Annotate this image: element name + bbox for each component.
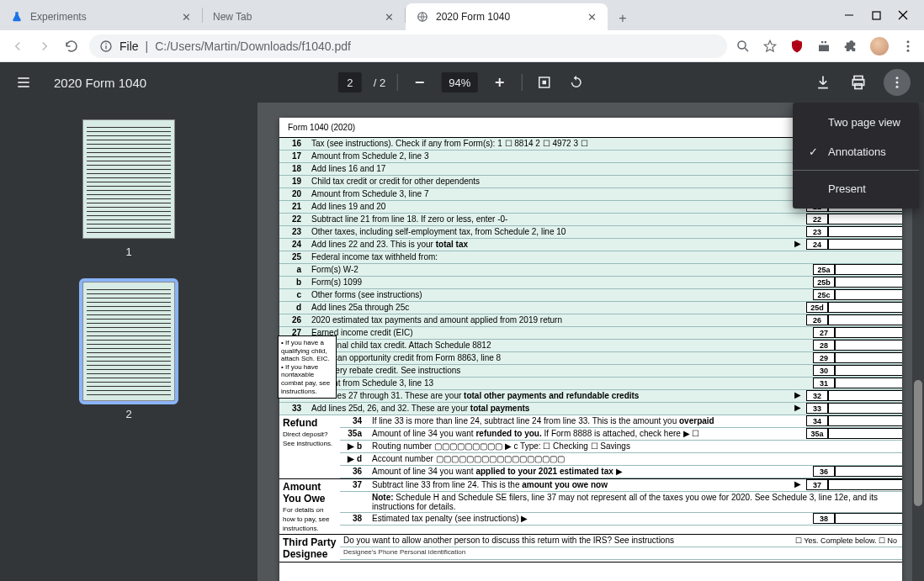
- svg-rect-23: [542, 81, 546, 85]
- close-icon[interactable]: ✕: [180, 11, 192, 23]
- pdf-more-menu: Two page view ✓Annotations Present: [793, 103, 919, 209]
- form-line: 23Other taxes, including self-employment…: [279, 226, 902, 239]
- form-line: 31Amount from Schedule 3, line 1331: [279, 378, 902, 390]
- form-line: 29American opportunity credit from Form …: [279, 352, 902, 365]
- back-button[interactable]: [8, 37, 27, 55]
- tab-title: Experiments: [30, 11, 173, 23]
- svg-point-15: [907, 49, 910, 51]
- tab-form1040[interactable]: 2020 Form 1040 ✕: [406, 3, 608, 30]
- ublock-icon[interactable]: [789, 39, 805, 54]
- svg-point-27: [896, 77, 899, 79]
- tab-experiments[interactable]: Experiments ✕: [0, 3, 202, 30]
- url-path: C:/Users/Martin/Downloads/f1040.pdf: [155, 40, 351, 53]
- form-line: 37Subtract line 33 from line 24. This is…: [340, 479, 902, 492]
- rotate-icon[interactable]: [566, 72, 586, 92]
- svg-rect-2: [873, 12, 880, 19]
- form-line: 25Federal income tax withheld from:: [279, 251, 902, 264]
- bookmark-star-icon[interactable]: [762, 39, 778, 54]
- svg-point-14: [907, 45, 910, 47]
- side-note: • If you have a qualifying child, attach…: [278, 335, 337, 399]
- svg-rect-11: [825, 41, 826, 43]
- extensions-puzzle-icon[interactable]: [843, 39, 858, 54]
- url-input[interactable]: File | C:/Users/Martin/Downloads/f1040.p…: [89, 34, 727, 58]
- section-title: Amount You Owe: [283, 481, 325, 504]
- close-icon[interactable]: ✕: [586, 11, 597, 23]
- amount-owe-section: Amount You OweFor details on how to pay,…: [279, 479, 902, 535]
- tab-title: New Tab: [213, 11, 376, 23]
- thumbnail-sidebar: 1 2: [0, 103, 258, 581]
- maximize-icon[interactable]: [870, 9, 882, 21]
- svg-point-28: [896, 82, 899, 84]
- form-line: cOther forms (see instructions)25c: [279, 289, 902, 302]
- form-line: 33Add lines 25d, 26, and 32. These are y…: [279, 403, 902, 415]
- form-line: 32Add lines 27 through 31. These are you…: [279, 390, 902, 403]
- third-party-section: Third Party Designee Do you want to allo…: [279, 535, 902, 563]
- form-line: ▶ dAccount number ▢▢▢▢▢▢▢▢▢▢▢▢▢▢▢▢▢: [340, 453, 902, 466]
- browser-menu-icon[interactable]: [900, 39, 916, 54]
- check-icon: ✓: [806, 145, 820, 158]
- address-bar: File | C:/Users/Martin/Downloads/f1040.p…: [0, 30, 924, 62]
- form-line: 24Add lines 22 and 23. This is your tota…: [279, 239, 902, 251]
- toolbar-actions: [735, 37, 916, 55]
- menu-two-page-view[interactable]: Two page view: [793, 108, 919, 137]
- form-line: 22Subtract line 21 from line 18. If zero…: [279, 214, 902, 226]
- form-line: 35aAmount of line 34 you want refunded t…: [340, 428, 902, 441]
- form-line: 38Estimated tax penalty (see instruction…: [340, 513, 902, 526]
- download-icon[interactable]: [813, 72, 833, 92]
- pdf-document-title: 2020 Form 1040: [54, 76, 146, 90]
- window-controls: [828, 0, 924, 30]
- form-line: aForm(s) W-225a: [279, 264, 902, 277]
- svg-point-29: [896, 86, 899, 88]
- form-line: 28Additional child tax credit. Attach Sc…: [279, 340, 902, 352]
- tab-new[interactable]: New Tab ✕: [203, 3, 405, 30]
- zoom-in-button[interactable]: [489, 72, 509, 92]
- menu-annotations[interactable]: ✓Annotations: [793, 137, 919, 166]
- svg-rect-12: [819, 45, 829, 51]
- close-icon[interactable]: ✕: [383, 11, 395, 23]
- pdf-toolbar: 2020 Form 1040 2 / 2 94%: [0, 62, 924, 103]
- hamburger-icon[interactable]: [13, 72, 34, 92]
- page-total: / 2: [374, 77, 385, 89]
- tab-title: 2020 Form 1040: [436, 11, 579, 23]
- pdf-more-menu-button[interactable]: [884, 69, 911, 96]
- current-page-input[interactable]: 2: [338, 72, 362, 92]
- svg-point-8: [738, 41, 746, 49]
- reload-button[interactable]: [62, 37, 81, 55]
- page-thumbnail-2[interactable]: [82, 282, 175, 401]
- page-area[interactable]: Form 1040 (2020) • If you have a qualify…: [258, 103, 924, 581]
- form-line: 34If line 33 is more than line 24, subtr…: [340, 415, 902, 428]
- svg-line-9: [745, 48, 748, 51]
- scrollbar-thumb[interactable]: [914, 380, 922, 506]
- svg-rect-10: [821, 41, 823, 43]
- forward-button[interactable]: [35, 37, 54, 55]
- form-line: bForm(s) 109925b: [279, 277, 902, 289]
- flask-icon: [10, 10, 24, 24]
- tab-strip: Experiments ✕ New Tab ✕ 2020 Form 1040 ✕…: [0, 0, 828, 30]
- info-icon: [99, 40, 113, 53]
- form-line: 30Recovery rebate credit. See instructio…: [279, 365, 902, 378]
- menu-present[interactable]: Present: [793, 174, 919, 203]
- form-line: dAdd lines 25a through 25c25d: [279, 302, 902, 314]
- form-line: 36Amount of line 34 you want applied to …: [340, 466, 902, 478]
- refund-section: RefundDirect deposit? See instructions. …: [279, 415, 902, 479]
- print-icon[interactable]: [848, 72, 868, 92]
- extension-icon[interactable]: [816, 39, 831, 54]
- section-title: Third Party Designee: [283, 536, 336, 560]
- zoom-level[interactable]: 94%: [442, 72, 477, 92]
- profile-avatar[interactable]: [870, 37, 889, 55]
- minimize-icon[interactable]: [843, 9, 855, 21]
- form-line: 27Earned income credit (EIC)27: [279, 327, 902, 340]
- pdf-body: 1 2 Form 1040 (2020) • If you have a qua…: [0, 103, 924, 581]
- zoom-out-button[interactable]: [410, 72, 430, 92]
- search-in-page-icon[interactable]: [735, 39, 751, 54]
- window-close-icon[interactable]: [897, 9, 909, 21]
- thumb-label: 2: [125, 408, 131, 420]
- form-line: 262020 estimated tax payments and amount…: [279, 314, 902, 327]
- fit-page-icon[interactable]: [534, 72, 554, 92]
- page-thumbnail-1[interactable]: [82, 119, 175, 239]
- svg-point-7: [105, 43, 107, 45]
- svg-point-13: [907, 40, 910, 43]
- thumb-label: 1: [125, 246, 131, 258]
- url-scheme: File: [119, 40, 139, 53]
- new-tab-button[interactable]: +: [611, 7, 635, 30]
